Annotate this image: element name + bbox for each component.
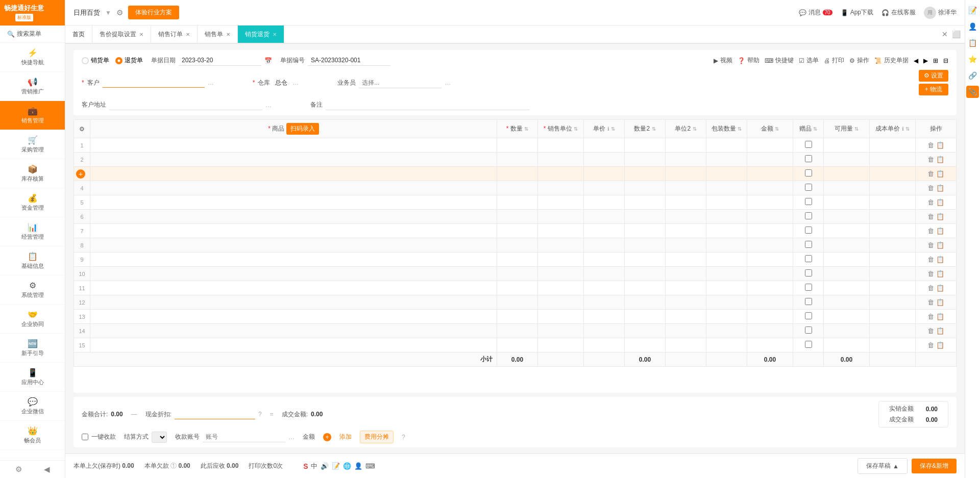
data-cell[interactable] xyxy=(666,153,706,167)
available-cell[interactable] xyxy=(824,181,870,195)
product-cell[interactable] xyxy=(90,181,497,195)
cost-price-cell[interactable] xyxy=(870,167,916,181)
cash-discount-input[interactable] xyxy=(175,410,255,419)
radio-return-slip[interactable]: 退货单 xyxy=(115,56,143,65)
gift-checkbox[interactable] xyxy=(805,198,812,205)
note-input[interactable] xyxy=(326,99,530,110)
cost-price-cell[interactable] xyxy=(870,210,916,224)
input-icon6[interactable]: ⌨ xyxy=(365,462,375,470)
data-cell[interactable] xyxy=(625,238,666,253)
product-cell[interactable] xyxy=(90,338,497,353)
copy-icon[interactable]: 📋 xyxy=(936,284,944,292)
sidebar-item-wechat[interactable]: 💬 企业微信 xyxy=(0,392,65,421)
cost-price-cell[interactable] xyxy=(870,181,916,195)
product-cell[interactable] xyxy=(90,295,497,310)
input-icon2[interactable]: 🔊 xyxy=(321,462,329,470)
data-cell[interactable] xyxy=(625,153,666,167)
close-tab-icon[interactable]: ✕ xyxy=(942,30,948,38)
table-row[interactable]: 9🗑📋 xyxy=(74,253,957,267)
data-cell[interactable] xyxy=(625,267,666,281)
data-cell[interactable] xyxy=(666,167,706,181)
sidebar-item-member[interactable]: 👑 畅会员 xyxy=(0,421,65,450)
table-row[interactable]: 7🗑📋 xyxy=(74,224,957,238)
data-cell[interactable] xyxy=(538,281,584,295)
available-cell[interactable] xyxy=(824,167,870,181)
data-cell[interactable] xyxy=(497,324,538,338)
cost-price-cell[interactable] xyxy=(870,267,916,281)
data-cell[interactable] xyxy=(706,210,747,224)
cash-discount-help[interactable]: ? xyxy=(258,411,262,418)
data-cell[interactable] xyxy=(497,310,538,324)
delete-icon[interactable]: 🗑 xyxy=(927,327,934,335)
product-cell[interactable] xyxy=(90,224,497,238)
salesperson-dots[interactable]: … xyxy=(445,79,451,86)
data-cell[interactable] xyxy=(538,238,584,253)
data-cell[interactable] xyxy=(625,324,666,338)
sidebar-item-collab[interactable]: 🤝 企业协同 xyxy=(0,305,65,334)
available-cell[interactable] xyxy=(824,238,870,253)
copy-icon[interactable]: 📋 xyxy=(936,256,944,263)
rp-user-icon[interactable]: 👤 xyxy=(966,20,979,33)
data-cell[interactable] xyxy=(497,238,538,253)
data-cell[interactable] xyxy=(666,195,706,210)
data-cell[interactable] xyxy=(538,324,584,338)
table-row[interactable]: 1🗑📋 xyxy=(74,138,957,153)
data-cell[interactable] xyxy=(747,195,793,210)
delete-icon[interactable]: 🗑 xyxy=(927,184,934,192)
data-cell[interactable] xyxy=(584,267,625,281)
sidebar-item-finance[interactable]: 💰 资金管理 xyxy=(0,188,65,217)
logistics-btn[interactable]: + 物流 xyxy=(919,84,948,95)
topbar-settings-icon[interactable]: ⚙ xyxy=(116,8,123,17)
scan-btn[interactable]: 扫码录入 xyxy=(286,123,319,135)
tab-price-settings[interactable]: 售价提取设置 ✕ xyxy=(92,26,151,43)
table-row[interactable]: 2🗑📋 xyxy=(74,153,957,167)
copy-icon[interactable]: 📋 xyxy=(936,213,944,220)
product-cell[interactable] xyxy=(90,267,497,281)
available-cell[interactable] xyxy=(824,210,870,224)
delete-icon[interactable]: 🗑 xyxy=(927,284,934,292)
data-cell[interactable] xyxy=(706,295,747,310)
data-cell[interactable] xyxy=(706,181,747,195)
message-item[interactable]: 💬 消息 70 xyxy=(799,8,832,17)
gift-checkbox[interactable] xyxy=(805,255,812,262)
data-cell[interactable] xyxy=(747,324,793,338)
data-cell[interactable] xyxy=(538,153,584,167)
cost-price-cell[interactable] xyxy=(870,224,916,238)
delete-icon[interactable]: 🗑 xyxy=(927,341,934,349)
cost-price-cell[interactable] xyxy=(870,238,916,253)
fees-btn[interactable]: 费用分摊 xyxy=(360,431,394,443)
data-cell[interactable] xyxy=(706,138,747,153)
fees-help-icon[interactable]: ? xyxy=(402,434,405,441)
save-draft-btn[interactable]: 保存草稿 ▲ xyxy=(857,458,908,474)
data-cell[interactable] xyxy=(584,310,625,324)
data-cell[interactable] xyxy=(666,324,706,338)
data-cell[interactable] xyxy=(584,181,625,195)
data-cell[interactable] xyxy=(584,138,625,153)
cost-price-cell[interactable] xyxy=(870,153,916,167)
data-cell[interactable] xyxy=(584,295,625,310)
data-cell[interactable] xyxy=(625,310,666,324)
data-cell[interactable] xyxy=(625,224,666,238)
copy-icon[interactable]: 📋 xyxy=(936,327,944,335)
sidebar-item-operations[interactable]: 📊 经营管理 xyxy=(0,217,65,246)
data-cell[interactable] xyxy=(538,224,584,238)
salesperson-input[interactable] xyxy=(359,78,442,88)
cost-price-cell[interactable] xyxy=(870,138,916,153)
available-cell[interactable] xyxy=(824,253,870,267)
delete-icon[interactable]: 🗑 xyxy=(927,170,934,178)
data-cell[interactable] xyxy=(747,224,793,238)
gift-checkbox[interactable] xyxy=(805,155,812,162)
delete-icon[interactable]: 🗑 xyxy=(927,198,934,206)
data-cell[interactable] xyxy=(747,181,793,195)
tab-close-icon[interactable]: ✕ xyxy=(186,32,190,37)
cost-price-cell[interactable] xyxy=(870,324,916,338)
data-cell[interactable] xyxy=(584,210,625,224)
radio-sales-slip[interactable]: 销货单 xyxy=(82,56,109,65)
data-cell[interactable] xyxy=(625,195,666,210)
data-cell[interactable] xyxy=(625,281,666,295)
data-cell[interactable] xyxy=(706,224,747,238)
sidebar-search[interactable]: 🔍 搜索菜单 xyxy=(0,26,65,43)
data-cell[interactable] xyxy=(666,224,706,238)
product-cell[interactable] xyxy=(90,324,497,338)
data-cell[interactable] xyxy=(625,210,666,224)
